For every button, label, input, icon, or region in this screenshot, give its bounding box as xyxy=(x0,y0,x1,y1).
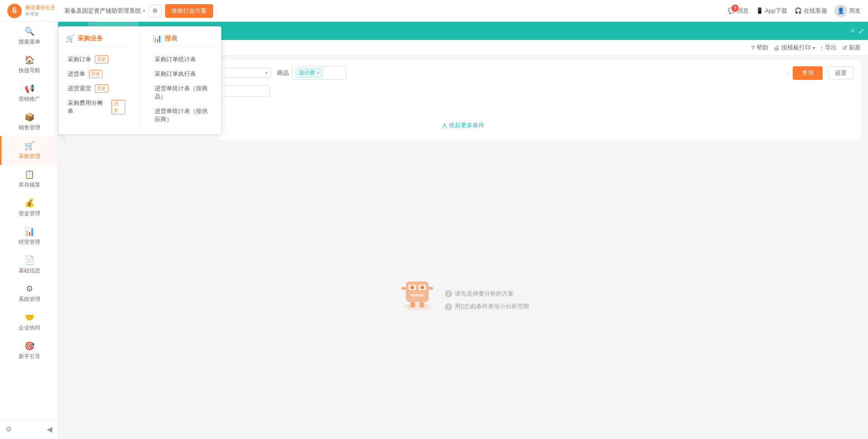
menu-item-label: 采购订单统计表 xyxy=(155,55,196,64)
goods-label: 商品 xyxy=(277,69,289,77)
online-service-label: 在线客服 xyxy=(804,7,827,15)
query-btn[interactable]: 查询 xyxy=(793,66,823,80)
sidebar-item-label: 资金管理 xyxy=(19,210,40,217)
filter-actions-right: ··· 查询 xyxy=(785,66,823,80)
export-btn[interactable]: ↑ 导出 xyxy=(820,44,837,52)
goods-tag-label: 设计赛 xyxy=(299,69,315,77)
sidebar-item-search[interactable]: 🔍 搜索菜单 xyxy=(0,22,58,50)
purchase-section-title: 🛒 采购业务 xyxy=(66,34,127,47)
sidebar-item-inventory[interactable]: 📋 库存核算 xyxy=(0,165,58,193)
notification-btn[interactable]: 💬 9 消息 xyxy=(728,7,749,15)
menu-item-expense[interactable]: 采购费用分摊单 历史 xyxy=(66,96,127,118)
export-label: 导出 xyxy=(825,44,837,52)
sidebar-collapse-btn[interactable]: ◀ xyxy=(47,425,52,434)
menu-item-label: 采购订单 xyxy=(68,55,91,64)
sidebar-item-label: 库存核算 xyxy=(19,181,40,189)
collapse-up-icon: ⋀ xyxy=(442,122,447,129)
top-bar: 6 畅捷通好生意 标准版 装备及固定资产辅助管理系统 ▾ ⚙ 体验行业方案 💬 … xyxy=(0,0,868,22)
experience-btn[interactable]: 体验行业方案 xyxy=(165,4,213,18)
empty-tip-2: 2 用[过滤]条件来缩小分析范围 xyxy=(445,300,529,313)
print-label: 按模板打印 xyxy=(781,44,811,52)
search-icon: 🔍 xyxy=(24,26,34,36)
sidebar-item-label: 新手引导 xyxy=(19,353,40,360)
report-menu-section: 📊 报表 采购订单统计表 采购订单执行表 进货单统计表（按商品） 进货单统计表（… xyxy=(153,34,214,127)
app-download-btn[interactable]: 📱 App下载 xyxy=(756,7,787,15)
sidebar-item-purchase[interactable]: 🛒 采购管理 xyxy=(0,136,58,165)
sidebar-item-quick-nav[interactable]: 🏠 快捷导航 xyxy=(0,50,58,79)
guide-icon: 🎯 xyxy=(24,341,34,351)
logo-icon: 6 xyxy=(7,4,22,18)
menu-item-order-stats[interactable]: 采购订单统计表 xyxy=(153,52,214,67)
menu-item-label: 采购订单执行表 xyxy=(155,70,196,78)
sidebar-bottom: ⚙ ◀ xyxy=(0,419,58,439)
app-container: 6 畅捷通好生意 标准版 装备及固定资产辅助管理系统 ▾ ⚙ 体验行业方案 💬 … xyxy=(0,0,868,439)
top-bar-mid: 装备及固定资产辅助管理系统 ▾ ⚙ 体验行业方案 xyxy=(64,4,728,18)
settings-small-btn[interactable]: 设置 xyxy=(828,66,853,80)
report-section-title: 📊 报表 xyxy=(153,34,214,47)
sidebar-item-label: 基础信息 xyxy=(19,267,40,275)
tip2-text: 用[过滤]条件来缩小分析范围 xyxy=(455,300,529,313)
app-download-label: App下载 xyxy=(765,7,787,15)
sidebar-item-guide[interactable]: 🎯 新手引导 xyxy=(0,336,58,365)
menu-item-purchase-order[interactable]: 采购订单 历史 xyxy=(66,52,127,67)
empty-illustration xyxy=(397,272,438,313)
system-title: 装备及固定资产辅助管理系统 xyxy=(64,7,141,15)
sidebar-item-marketing[interactable]: 📢 营销推广 xyxy=(0,79,58,108)
svg-point-5 xyxy=(420,286,424,289)
svg-point-4 xyxy=(410,286,414,289)
online-service-btn[interactable]: 🎧 在线客服 xyxy=(795,7,827,15)
sidebar-item-sales[interactable]: 📦 销售管理 xyxy=(0,108,58,136)
menu-item-receipt[interactable]: 进货单 历史 xyxy=(66,67,127,81)
sidebar-item-finance[interactable]: 💰 资金管理 xyxy=(0,193,58,222)
chevron-down-icon: ▾ xyxy=(143,8,145,13)
empty-state: 1 请先选择要分析的方案 2 用[过滤]条件来缩小分析范围 xyxy=(58,147,868,439)
svg-rect-6 xyxy=(410,294,424,296)
tab-expand-icon[interactable]: ⤢ xyxy=(858,27,864,35)
menu-item-receipt-stats-goods[interactable]: 进货单统计表（按商品） xyxy=(153,81,214,104)
report-section-title-label: 报表 xyxy=(165,35,177,43)
sidebar-item-operations[interactable]: 📊 经营管理 xyxy=(0,222,58,251)
sidebar-item-label: 销售管理 xyxy=(19,124,40,132)
purchase-dropdown-menu: 🛒 采购业务 采购订单 历史 进货单 历史 进货退货 历史 采购费用分摊单 历史 xyxy=(58,26,221,134)
menu-item-receipt-stats-supplier[interactable]: 进货单统计表（按供应商） xyxy=(153,104,214,127)
empty-tips: 1 请先选择要分析的方案 2 用[过滤]条件来缩小分析范围 xyxy=(445,287,529,313)
menu-item-return[interactable]: 进货退货 历史 xyxy=(66,81,127,96)
help-icon: ? xyxy=(751,44,754,51)
sidebar-item-label: 经营管理 xyxy=(19,238,40,246)
report-section-icon: 📊 xyxy=(153,34,162,43)
sidebar-settings-btn[interactable]: ⚙ xyxy=(5,425,12,434)
print-btn[interactable]: 🖨 按模板打印 ▾ xyxy=(774,44,815,52)
purchase-section-title-label: 采购业务 xyxy=(78,35,103,43)
avatar: 👤 xyxy=(834,5,847,17)
goods-select[interactable]: 设计赛 × xyxy=(292,66,346,80)
settings-icon-btn[interactable]: ⚙ xyxy=(149,5,161,17)
home-icon: 🏠 xyxy=(24,55,34,65)
svg-rect-1 xyxy=(406,281,429,302)
sidebar-item-system[interactable]: ⚙ 系统管理 xyxy=(0,279,58,308)
logo-area: 6 畅捷通好生意 标准版 xyxy=(7,4,55,18)
refresh-btn[interactable]: ↺ 刷新 xyxy=(842,44,861,52)
svg-rect-8 xyxy=(429,287,433,290)
sidebar-item-label: 营销推广 xyxy=(19,95,40,103)
sidebar-item-label: 采购管理 xyxy=(19,153,40,160)
user-menu-btn[interactable]: 👤 用友 xyxy=(834,5,861,17)
system-icon: ⚙ xyxy=(26,284,33,294)
enterprise-icon: 🤝 xyxy=(24,312,34,322)
tab-close-all-icon[interactable]: × xyxy=(851,27,855,35)
sidebar-item-enterprise[interactable]: 🤝 企业协同 xyxy=(0,308,58,336)
purchase-menu-section: 🛒 采购业务 采购订单 历史 进货单 历史 进货退货 历史 采购费用分摊单 历史 xyxy=(66,34,127,127)
svg-point-0 xyxy=(404,303,431,310)
system-title-dropdown[interactable]: 装备及固定资产辅助管理系统 ▾ xyxy=(64,7,145,15)
menu-item-label: 进货单 xyxy=(68,70,85,78)
menu-item-order-exec[interactable]: 采购订单执行表 xyxy=(153,67,214,81)
collapse-btn[interactable]: ⋀ 收起更多条件 xyxy=(442,121,484,129)
filter-dots[interactable]: ··· xyxy=(785,69,790,76)
refresh-icon: ↺ xyxy=(842,44,847,51)
phone-icon: 📱 xyxy=(756,7,763,14)
empty-content: 1 请先选择要分析的方案 2 用[过滤]条件来缩小分析范围 xyxy=(397,272,529,313)
print-icon: 🖨 xyxy=(774,44,780,51)
sidebar-item-basic-info[interactable]: 📄 基础信息 xyxy=(0,251,58,279)
sidebar-item-label: 企业协同 xyxy=(19,324,40,332)
goods-tag-close[interactable]: × xyxy=(317,70,320,75)
help-btn[interactable]: ? 帮助 xyxy=(751,44,768,52)
